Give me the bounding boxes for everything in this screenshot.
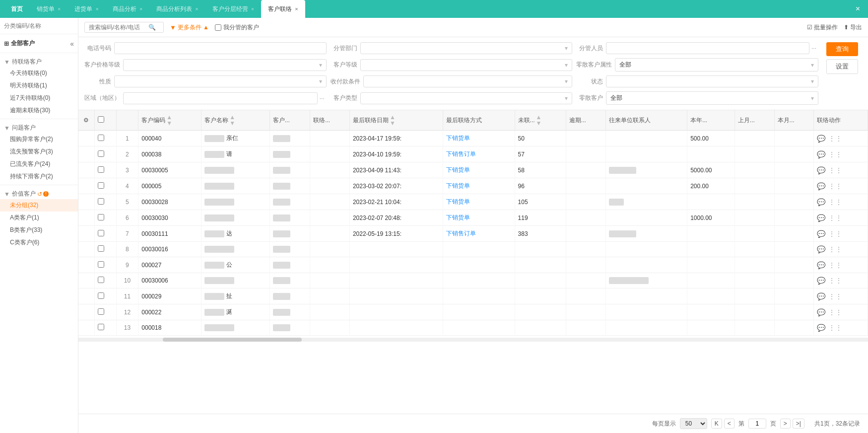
close-purchase-icon[interactable]: × xyxy=(95,6,98,12)
sidebar-item-overdue-pending[interactable]: 逾期未联络(30) xyxy=(0,104,78,117)
grid-action-icon[interactable]: ⋮⋮ xyxy=(828,214,842,222)
td-last-contact-method[interactable] xyxy=(443,273,515,289)
tab-home[interactable]: 首页 xyxy=(4,0,30,18)
prev-page-button[interactable]: < xyxy=(724,419,734,429)
filter-search-input[interactable] xyxy=(89,24,148,31)
nature-select[interactable]: ▾ xyxy=(114,75,327,87)
sidebar-item-abnormal[interactable]: 囤购异常客户(2) xyxy=(0,133,78,145)
row-checkbox[interactable] xyxy=(98,261,104,268)
price-level-select[interactable]: ▾ xyxy=(123,59,327,71)
retail-attr-select[interactable]: 全部 ▾ xyxy=(615,58,818,72)
manager-dots[interactable]: ··· xyxy=(809,45,818,52)
row-checkbox[interactable] xyxy=(98,214,104,220)
grid-action-icon[interactable]: ⋮⋮ xyxy=(828,135,842,143)
grid-action-icon[interactable]: ⋮⋮ xyxy=(828,182,842,190)
tab-customer-segment[interactable]: 客户分层经营 × xyxy=(205,0,261,18)
chat-icon[interactable]: 💬 xyxy=(817,166,825,174)
horizontal-scrollbar[interactable] xyxy=(78,338,868,342)
row-checkbox[interactable] xyxy=(98,245,104,252)
grid-action-icon[interactable]: ⋮⋮ xyxy=(828,261,842,269)
sidebar-group-value[interactable]: ▼ 价值客户 ↺ ! xyxy=(0,187,78,199)
td-last-contact-method[interactable] xyxy=(443,320,515,336)
sidebar-item-week-pending[interactable]: 近7天待联络(0) xyxy=(0,92,78,104)
region-dots[interactable]: ··· xyxy=(318,95,327,102)
page-size-select[interactable]: 50 20 100 xyxy=(680,418,707,429)
td-last-contact-method[interactable]: 下销货单 xyxy=(443,194,515,210)
grid-action-icon[interactable]: ⋮⋮ xyxy=(828,324,842,332)
chat-icon[interactable]: 💬 xyxy=(817,198,825,206)
sidebar-item-class-a[interactable]: A类客户(1) xyxy=(0,212,78,224)
first-page-button[interactable]: K xyxy=(711,419,722,429)
sidebar-item-class-c[interactable]: C类客户(6) xyxy=(0,236,78,249)
td-last-contact-method[interactable]: 下销货单 xyxy=(443,178,515,194)
th-name[interactable]: 客户名称 ▲▼ xyxy=(201,110,269,131)
last-page-button[interactable]: >| xyxy=(793,419,804,429)
chat-icon[interactable]: 💬 xyxy=(817,214,825,222)
sidebar-group-problem[interactable]: ▼ 问题客户 xyxy=(0,121,78,133)
chat-icon[interactable]: 💬 xyxy=(817,182,825,190)
refresh-icon[interactable]: ↺ xyxy=(37,191,42,198)
chat-icon[interactable]: 💬 xyxy=(817,135,825,143)
customer-level-select[interactable]: ▾ xyxy=(360,59,573,71)
sidebar-item-churned[interactable]: 已流失客户(24) xyxy=(0,158,78,170)
grid-action-icon[interactable]: ⋮⋮ xyxy=(828,292,842,300)
region-input[interactable] xyxy=(123,92,318,104)
th-last-month[interactable]: 上月... xyxy=(734,110,774,131)
filter-more-button[interactable]: ▼ 更多条件 ▲ xyxy=(170,23,209,32)
grid-action-icon[interactable]: ⋮⋮ xyxy=(828,150,842,158)
sidebar-search-input[interactable] xyxy=(4,22,78,29)
status-select[interactable]: ▾ xyxy=(606,75,818,87)
close-customer-contact-icon[interactable]: × xyxy=(295,6,298,12)
close-sales-icon[interactable]: × xyxy=(58,6,61,12)
close-product-analysis-icon[interactable]: × xyxy=(139,6,142,12)
th-contact[interactable]: 联络... xyxy=(310,110,350,131)
chat-icon[interactable]: 💬 xyxy=(817,261,825,269)
reset-button[interactable]: 设置 xyxy=(826,59,858,74)
close-customer-segment-icon[interactable]: × xyxy=(251,6,254,12)
sidebar-item-churn-warning[interactable]: 流失预警客户(3) xyxy=(0,145,78,158)
export-button[interactable]: ⬆ 导出 xyxy=(844,23,862,32)
row-checkbox[interactable] xyxy=(98,324,104,330)
row-checkbox[interactable] xyxy=(98,230,104,236)
row-checkbox[interactable] xyxy=(98,182,104,189)
chat-icon[interactable]: 💬 xyxy=(817,308,825,316)
row-checkbox[interactable] xyxy=(98,292,104,299)
grid-action-icon[interactable]: ⋮⋮ xyxy=(828,198,842,206)
row-checkbox[interactable] xyxy=(98,198,104,205)
sidebar-item-ungroup[interactable]: 未分组(32) xyxy=(0,199,78,212)
row-checkbox[interactable] xyxy=(98,308,104,315)
customer-type-select[interactable]: ▾ xyxy=(360,92,573,104)
th-uncontacted[interactable]: 未联... ▲▼ xyxy=(515,110,566,131)
td-last-contact-method[interactable] xyxy=(443,242,515,257)
dept-select[interactable]: ▾ xyxy=(360,42,573,54)
th-last-contact-date[interactable]: 最后联络日期 ▲▼ xyxy=(349,110,443,131)
td-last-contact-method[interactable]: 下销货单 xyxy=(443,162,515,178)
th-settings[interactable]: ⚙ xyxy=(78,110,94,131)
td-last-contact-method[interactable]: 下销售订单 xyxy=(443,226,515,242)
th-last-contact-method[interactable]: 最后联络方式 xyxy=(443,110,515,131)
tab-product-analysis-list[interactable]: 商品分析列表 × xyxy=(149,0,205,18)
retail-select[interactable]: 全部 ▾ xyxy=(606,91,818,105)
chat-icon[interactable]: 💬 xyxy=(817,324,825,332)
chat-icon[interactable]: 💬 xyxy=(817,245,825,253)
td-last-contact-method[interactable] xyxy=(443,289,515,304)
row-checkbox[interactable] xyxy=(98,150,104,157)
th-this-month[interactable]: 本月... xyxy=(774,110,814,131)
td-last-contact-method[interactable] xyxy=(443,304,515,320)
manager-input[interactable] xyxy=(606,42,809,54)
th-this-year[interactable]: 本年... xyxy=(687,110,735,131)
th-contact-person[interactable]: 往来单位联系人 xyxy=(605,110,687,131)
select-all-checkbox[interactable] xyxy=(98,116,104,123)
phone-input[interactable] xyxy=(114,42,327,54)
th-overdue[interactable]: 逾期... xyxy=(566,110,605,131)
grid-action-icon[interactable]: ⋮⋮ xyxy=(828,308,842,316)
tab-sales[interactable]: 销货单 × xyxy=(30,0,67,18)
sidebar-group-pending[interactable]: ▼ 待联络客户 xyxy=(0,55,78,67)
grid-action-icon[interactable]: ⋮⋮ xyxy=(828,230,842,238)
sidebar-item-class-b[interactable]: B类客户(33) xyxy=(0,224,78,236)
tab-purchase[interactable]: 进货单 × xyxy=(67,0,105,18)
batch-op-button[interactable]: ☑ 批量操作 xyxy=(807,23,838,32)
sidebar-item-tomorrow-pending[interactable]: 明天待联络(1) xyxy=(0,79,78,92)
chat-icon[interactable]: 💬 xyxy=(817,277,825,285)
td-last-contact-method[interactable]: 下销货单 xyxy=(443,131,515,146)
